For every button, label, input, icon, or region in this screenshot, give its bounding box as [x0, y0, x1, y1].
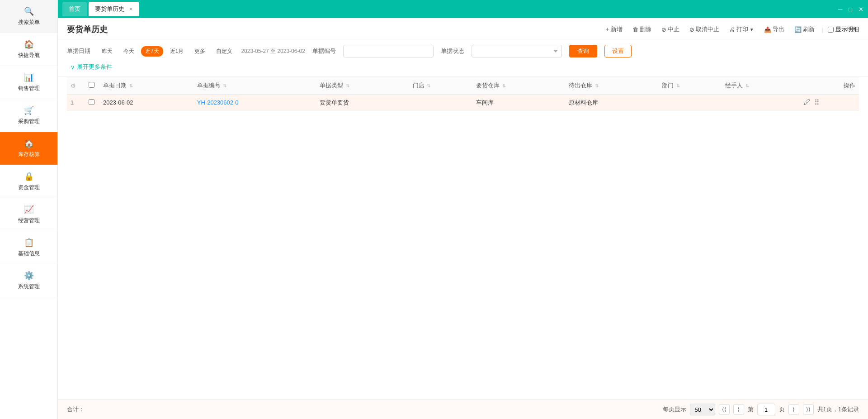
- delete-button[interactable]: 🗑 删除: [630, 24, 654, 35]
- col-number[interactable]: 单据编号 ⇅: [193, 77, 316, 95]
- sidebar-item-sales[interactable]: 📊 销售管理: [0, 66, 57, 99]
- toolbar: + 新增 🗑 删除 ⊘ 中止 ⊘ 取消中止 🖨: [603, 24, 859, 35]
- tab-home[interactable]: 首页: [62, 2, 87, 16]
- pagination: 每页显示 50 100 200 ⟨⟨ ⟨ 第 页 ⟩ ⟩⟩ 共1页，1条记录: [663, 404, 859, 415]
- table-footer: 合计： 每页显示 50 100 200 ⟨⟨ ⟨ 第 页 ⟩ ⟩⟩ 共1页，1条…: [58, 400, 868, 419]
- sidebar-item-inventory[interactable]: 🏠 库存核算: [0, 132, 57, 165]
- delete-icon: 🗑: [632, 26, 638, 33]
- row-handler: [722, 95, 800, 111]
- date-btn-last7days[interactable]: 近7天: [141, 46, 163, 57]
- table-row[interactable]: 1 2023-06-02 YH-20230602-0 要货单要货 车间库 原材料…: [67, 95, 859, 111]
- expand-more-btn[interactable]: ∨ 展开更多条件: [67, 61, 859, 73]
- page-number-input[interactable]: [757, 404, 775, 415]
- col-department[interactable]: 部门 ⇅: [658, 77, 722, 95]
- sidebar-item-quick-nav[interactable]: 🏠 快捷导航: [0, 33, 57, 66]
- stop-button[interactable]: ⊘ 中止: [659, 24, 682, 35]
- print-label: 打印: [736, 25, 748, 33]
- first-page-btn[interactable]: ⟨⟨: [719, 404, 730, 415]
- sidebar-item-label: 库存核算: [18, 151, 40, 158]
- sort-handler-icon: ⇅: [745, 83, 749, 88]
- col-number-label: 单据编号: [197, 82, 221, 89]
- sidebar-item-label: 销售管理: [18, 85, 40, 92]
- window-minimize-btn[interactable]: ─: [838, 6, 842, 13]
- sidebar-item-system[interactable]: ⚙️ 系统管理: [0, 264, 57, 297]
- date-btn-last1month[interactable]: 近1月: [166, 46, 188, 57]
- export-button[interactable]: 📤 导出: [761, 24, 787, 35]
- date-btn-custom[interactable]: 自定义: [212, 46, 236, 57]
- display-detail-checkbox[interactable]: [828, 27, 834, 33]
- row-store: [409, 95, 472, 111]
- date-btn-more[interactable]: 更多: [190, 46, 209, 57]
- system-icon: ⚙️: [24, 271, 34, 281]
- status-label: 单据状态: [441, 47, 464, 55]
- prev-page-btn[interactable]: ⟨: [733, 404, 744, 415]
- tab-close-icon[interactable]: ✕: [129, 6, 133, 12]
- sidebar-item-search-menu[interactable]: 🔍 搜索菜单: [0, 0, 57, 33]
- delete-label: 删除: [640, 25, 651, 33]
- cancel-stop-button[interactable]: ⊘ 取消中止: [687, 24, 722, 35]
- date-btn-yesterday[interactable]: 昨天: [98, 46, 117, 57]
- sidebar-item-finance[interactable]: 🔒 资金管理: [0, 165, 57, 198]
- date-options: 昨天 今天 近7天 近1月 更多 自定义 2023-05-27 至 2023-0…: [98, 46, 305, 57]
- row-select-checkbox[interactable]: [89, 99, 94, 105]
- page-title: 要货单历史: [67, 24, 603, 35]
- row-num: 1: [67, 95, 85, 111]
- col-type-label: 单据类型: [320, 82, 343, 89]
- print-button[interactable]: 🖨 打印 ▼: [726, 24, 757, 35]
- sidebar-item-label: 快捷导航: [18, 52, 40, 59]
- new-button[interactable]: + 新增: [603, 24, 625, 35]
- col-store[interactable]: 门店 ⇅: [409, 77, 472, 95]
- col-handler[interactable]: 经手人 ⇅: [722, 77, 800, 95]
- doc-number-label: 单据编号: [312, 47, 336, 55]
- tab-requisition-history[interactable]: 要货单历史 ✕: [89, 2, 139, 16]
- action-icons: 🖊 ⠿: [803, 98, 855, 107]
- tab-home-label: 首页: [69, 5, 80, 13]
- last-page-btn[interactable]: ⟩⟩: [803, 404, 814, 415]
- display-detail-checkbox-label[interactable]: 显示明细: [828, 25, 859, 33]
- col-type[interactable]: 单据类型 ⇅: [316, 77, 409, 95]
- status-select[interactable]: [472, 45, 562, 57]
- page-size-select[interactable]: 50 100 200: [690, 404, 715, 415]
- window-close-btn[interactable]: ✕: [859, 6, 863, 13]
- select-all-checkbox[interactable]: [89, 82, 94, 88]
- col-date-label: 单据日期: [103, 82, 127, 89]
- divider: |: [822, 26, 823, 33]
- sidebar-item-purchase[interactable]: 🛒 采购管理: [0, 99, 57, 132]
- col-pending-warehouse[interactable]: 待出仓库 ⇅: [565, 77, 658, 95]
- search-menu-icon: 🔍: [24, 6, 34, 16]
- sort-store-icon: ⇅: [427, 83, 430, 88]
- row-edit-icon[interactable]: 🖊: [803, 98, 811, 107]
- sidebar-item-operations[interactable]: 📈 经营管理: [0, 198, 57, 231]
- data-table: ⚙ 单据日期 ⇅ 单据编号 ⇅: [67, 77, 859, 111]
- col-date[interactable]: 单据日期 ⇅: [99, 77, 193, 95]
- sidebar-item-label: 采购管理: [18, 118, 40, 125]
- sidebar-item-label: 系统管理: [18, 283, 40, 290]
- row-department: [658, 95, 722, 111]
- next-page-btn[interactable]: ⟩: [788, 404, 799, 415]
- doc-number-input[interactable]: [343, 45, 434, 57]
- finance-icon: 🔒: [24, 171, 34, 181]
- col-store-label: 门店: [413, 82, 425, 89]
- row-number[interactable]: YH-20230602-0: [193, 95, 316, 111]
- date-btn-today[interactable]: 今天: [119, 46, 138, 57]
- row-more-icon[interactable]: ⠿: [814, 98, 820, 107]
- sort-department-icon: ⇅: [676, 83, 680, 88]
- total-label: 合计：: [67, 405, 85, 414]
- sort-req-warehouse-icon: ⇅: [502, 83, 506, 88]
- search-button[interactable]: 查询: [569, 45, 597, 57]
- stop-label: 中止: [668, 25, 679, 33]
- col-settings[interactable]: ⚙: [67, 77, 85, 95]
- window-maximize-btn[interactable]: □: [849, 6, 852, 13]
- col-req-warehouse-label: 要货仓库: [476, 82, 500, 89]
- sidebar-item-basic-info[interactable]: 📋 基础信息: [0, 231, 57, 264]
- col-req-warehouse[interactable]: 要货仓库 ⇅: [472, 77, 566, 95]
- table-settings-icon[interactable]: ⚙: [71, 82, 76, 89]
- col-action: 操作: [800, 77, 859, 95]
- page-size-label: 每页显示: [663, 405, 686, 414]
- settings-button[interactable]: 设置: [604, 45, 632, 57]
- print-chevron-icon: ▼: [750, 27, 754, 32]
- display-detail-label: 显示明细: [835, 25, 859, 33]
- sidebar-item-label: 资金管理: [18, 184, 40, 191]
- sales-icon: 📊: [24, 72, 34, 82]
- refresh-button[interactable]: 🔄 刷新: [792, 24, 817, 35]
